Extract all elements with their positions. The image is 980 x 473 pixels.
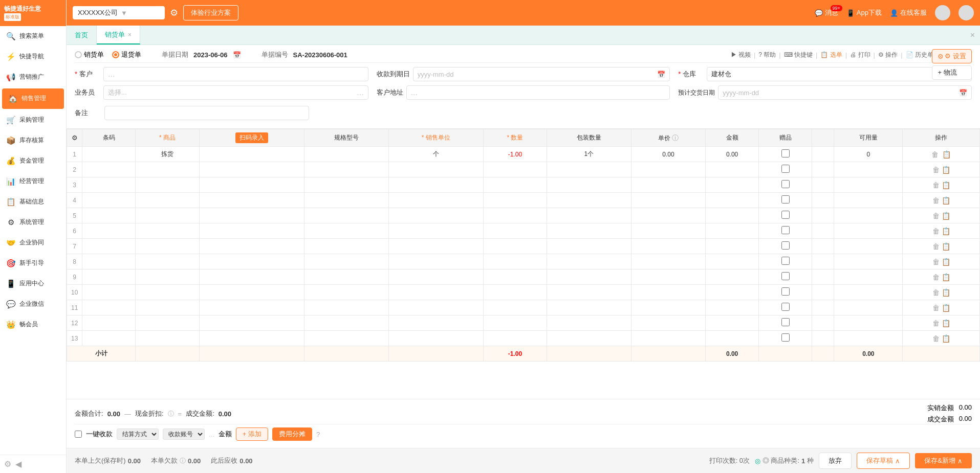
sidebar-item-operations[interactable]: 📊 经营管理 [0, 171, 66, 192]
user-avatar2[interactable] [959, 5, 974, 20]
sidebar-item-finance[interactable]: 💰 资金管理 [0, 151, 66, 171]
col-scan[interactable]: 扫码录入 [199, 129, 304, 147]
row-barcode-1[interactable] [82, 147, 136, 162]
gift-checkbox-2[interactable] [781, 165, 790, 173]
collapse-icon[interactable]: ◀ [15, 459, 21, 469]
gift-checkbox-10[interactable] [781, 287, 790, 296]
messages-btn[interactable]: 💬 消息 99+ [815, 8, 838, 17]
gift-checkbox-8[interactable] [781, 257, 790, 265]
settings-footer-icon[interactable]: ⚙ [4, 459, 11, 469]
delete-row-icon[interactable]: 🗑 [932, 258, 940, 266]
tab-home[interactable]: 首页 [67, 26, 97, 44]
topbar-settings-icon[interactable]: ⚙ [170, 7, 178, 18]
delete-row-icon[interactable]: 🗑 [932, 181, 940, 189]
app-download-btn[interactable]: 📱 App下载 [846, 8, 882, 17]
one-click-payment-checkbox[interactable] [75, 431, 82, 438]
video-btn[interactable]: ▶ 视频 [731, 51, 751, 59]
fee-question-icon[interactable]: ? [316, 431, 320, 438]
delete-row-icon[interactable]: 🗑 [932, 212, 940, 220]
copy-row-icon[interactable]: 📋 [942, 273, 950, 281]
select-btn[interactable]: 📋 选单 [820, 51, 842, 59]
user-avatar[interactable] [935, 5, 950, 20]
sidebar-item-member[interactable]: 👑 畅会员 [0, 314, 66, 335]
add-payment-btn[interactable]: + 添加 [236, 427, 268, 441]
delivery-cal-icon[interactable]: 📅 [959, 89, 967, 97]
copy-row-icon[interactable]: 📋 [942, 166, 950, 174]
copy-row-1-icon[interactable]: 📋 [942, 150, 951, 159]
shortcuts-btn[interactable]: ⌨ 快捷键 [784, 51, 813, 59]
return-order-radio[interactable]: 退货单 [112, 50, 141, 59]
delete-row-1-icon[interactable]: 🗑 [931, 150, 939, 159]
sidebar-item-collaboration[interactable]: 🤝 企业协同 [0, 233, 66, 253]
customer-address-input[interactable]: ... [406, 85, 670, 100]
sidebar-item-quicknav[interactable]: ⚡ 快捷导航 [0, 47, 66, 67]
sidebar-item-marketing[interactable]: 📢 营销推广 [0, 67, 66, 87]
payment-cal-icon[interactable]: 📅 [657, 71, 665, 78]
row-gift-1[interactable] [759, 147, 812, 162]
tabbar-close-btn[interactable]: × [970, 31, 975, 40]
copy-row-icon[interactable]: 📋 [942, 319, 950, 327]
gift-checkbox-12[interactable] [781, 318, 790, 326]
setup-btn[interactable]: ⚙ ⚙ 设置 [932, 49, 972, 63]
sidebar-item-guide[interactable]: 🎯 新手引导 [0, 253, 66, 274]
customer-input[interactable]: ... [103, 67, 368, 81]
fee-split-btn[interactable]: 费用分摊 [272, 427, 312, 441]
notes-input[interactable] [104, 106, 309, 120]
scan-btn[interactable]: 扫码录入 [235, 132, 268, 143]
sidebar-item-system[interactable]: ⚙ 系统管理 [0, 212, 66, 233]
row-spec-1[interactable] [199, 147, 304, 162]
help-btn[interactable]: ? 帮助 [758, 51, 776, 59]
operations-btn[interactable]: ⚙ 操作 [878, 51, 898, 59]
sales-order-radio[interactable]: 销货单 [75, 50, 104, 59]
row-unit-1[interactable]: 个 [388, 147, 483, 162]
delete-row-icon[interactable]: 🗑 [932, 166, 940, 174]
delete-row-icon[interactable]: 🗑 [932, 273, 940, 281]
print-btn[interactable]: 🖨 打印 [850, 51, 870, 59]
expected-delivery-input[interactable]: yyyy-mm-dd 📅 [718, 85, 972, 100]
row-quantity-1[interactable]: -1.00 [483, 147, 547, 162]
gift-checkbox-4[interactable] [781, 195, 790, 204]
gift-checkbox-6[interactable] [781, 226, 790, 234]
account-select[interactable]: 收款账号 [163, 429, 205, 440]
tab-close-icon[interactable]: × [128, 31, 132, 38]
copy-row-icon[interactable]: 📋 [942, 242, 950, 251]
copy-row-icon[interactable]: 📋 [942, 258, 950, 266]
copy-row-icon[interactable]: 📋 [942, 334, 950, 343]
col-settings[interactable]: ⚙ [67, 129, 82, 147]
salesperson-input[interactable]: 选择... ... [103, 85, 368, 100]
row-note-1[interactable] [812, 147, 834, 162]
sidebar-item-purchase[interactable]: 🛒 采购管理 [0, 110, 66, 130]
copy-row-icon[interactable]: 📋 [942, 288, 950, 297]
save-draft-btn[interactable]: 保存草稿 ∧ [857, 453, 910, 469]
sidebar-item-wechat[interactable]: 💬 企业微信 [0, 294, 66, 314]
company-selector[interactable]: XXXXXX公司 ▼ [73, 6, 165, 19]
settlement-method-select[interactable]: 结算方式 [117, 429, 159, 440]
sidebar-item-inventory[interactable]: 📦 库存核算 [0, 130, 66, 151]
abandon-btn[interactable]: 放弃 [819, 453, 852, 469]
tab-sales-order[interactable]: 销货单 × [97, 26, 140, 44]
gift-checkbox-11[interactable] [781, 303, 790, 311]
delete-row-icon[interactable]: 🗑 [932, 227, 940, 235]
row-price-1[interactable]: 0.00 [631, 147, 705, 162]
row-product-1[interactable]: 拣货 [136, 147, 199, 162]
online-service-btn[interactable]: 👤 在线客服 [890, 8, 927, 17]
save-new-btn[interactable]: 保存&新增 ∧ [915, 453, 972, 468]
gift-checkbox-13[interactable] [781, 333, 790, 342]
gift-checkbox-5[interactable] [781, 211, 790, 219]
delete-row-icon[interactable]: 🗑 [932, 288, 940, 297]
copy-row-icon[interactable]: 📋 [942, 196, 950, 205]
gift-checkbox-3[interactable] [781, 180, 790, 188]
gift-checkbox-1[interactable] [781, 149, 790, 157]
delete-row-icon[interactable]: 🗑 [932, 319, 940, 327]
sidebar-item-sales[interactable]: 🏠 销售管理 [2, 88, 64, 109]
delete-row-icon[interactable]: 🗑 [932, 196, 940, 205]
sidebar-item-basic-info[interactable]: 📋 基础信息 [0, 192, 66, 212]
row-amount-1[interactable]: 0.00 [706, 147, 759, 162]
payment-due-input[interactable]: yyyy-mm-dd 📅 [413, 67, 670, 81]
row-pack-1[interactable]: 1个 [547, 147, 631, 162]
sidebar-item-search[interactable]: 🔍 搜索菜单 [0, 26, 66, 47]
copy-row-icon[interactable]: 📋 [942, 304, 950, 312]
copy-row-icon[interactable]: 📋 [942, 212, 950, 220]
trial-btn[interactable]: 体验行业方案 [183, 5, 238, 20]
copy-row-icon[interactable]: 📋 [942, 181, 950, 189]
